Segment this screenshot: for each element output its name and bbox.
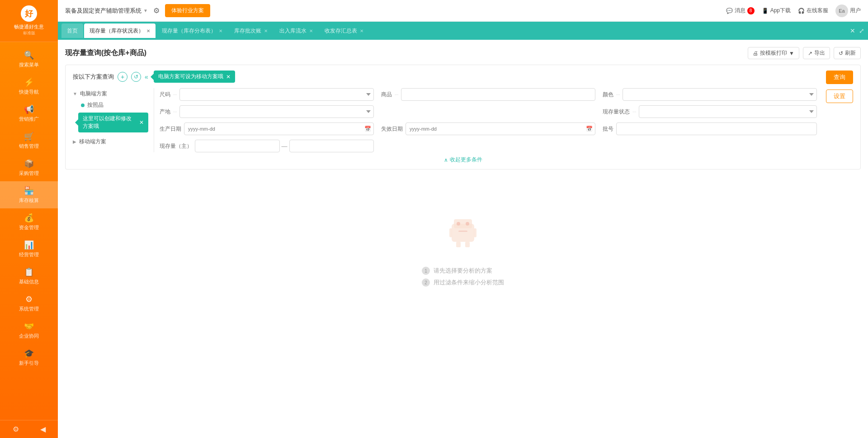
goods-control: [401, 88, 595, 101]
settings-icon[interactable]: ⚙: [153, 6, 160, 15]
edit-tooltip-close[interactable]: ✕: [139, 119, 144, 126]
scheme-pc-items: 按照品 这里可以创建和修改方案哦 ✕: [73, 99, 148, 132]
field-batch: 批号: [603, 122, 817, 135]
origin-select[interactable]: [179, 105, 374, 118]
tab-close-batch-account[interactable]: ✕: [264, 28, 268, 33]
filter-row-2: 产地 ··· 现存量状态 ···: [160, 105, 817, 118]
svg-rect-4: [458, 231, 467, 232]
size-select[interactable]: [179, 88, 374, 101]
tab-close-receive-summary[interactable]: ✕: [360, 28, 363, 33]
scheme-pc-item[interactable]: 按照品: [78, 99, 148, 111]
svg-rect-7: [456, 242, 461, 247]
empty-illustration: [440, 206, 486, 251]
filter-main-area: ▼ 电脑端方案 按照品 这里可以创建和修改方案哦 ✕: [73, 88, 853, 152]
filter-prev-button[interactable]: «: [145, 73, 148, 80]
color-control: [623, 88, 817, 101]
sidebar-item-finance[interactable]: 💰 资金管理: [0, 208, 58, 235]
sidebar: 好 畅捷通好生意 标准版 🔍 搜索菜单 ⚡ 快捷导航 📢 营销推广 🛒 销售管理…: [0, 0, 58, 438]
size-control: [179, 88, 374, 101]
page-header: 现存量查询(按仓库+商品) 🖨 按模板打印 ▼ ↗ 导出 ↺ 刷新: [65, 47, 861, 59]
system-name-label: 装备及固定资产辅助管理系统 ▼: [65, 7, 148, 15]
reset-button[interactable]: 设置: [826, 89, 853, 103]
logo-badge: 标准版: [23, 30, 35, 36]
close-all-tabs-button[interactable]: ✕: [850, 27, 855, 34]
collapse-up-icon: ∧: [444, 157, 448, 163]
stock-main-min-input[interactable]: [195, 140, 280, 152]
filter-label: 按以下方案查询: [73, 73, 114, 81]
headset-icon: 🎧: [798, 8, 805, 14]
scheme-mobile-arrow: ▶: [73, 139, 76, 144]
experience-button[interactable]: 体验行业方案: [165, 4, 210, 17]
field-stock-status: 现存量状态 ···: [603, 105, 817, 118]
tab-close-inout-flow[interactable]: ✕: [309, 28, 313, 33]
sidebar-item-system[interactable]: ⚙ 系统管理: [0, 290, 58, 317]
sidebar-item-basic[interactable]: 📋 基础信息: [0, 263, 58, 290]
tab-batch-account[interactable]: 库存批次账 ✕: [229, 24, 273, 38]
sidebar-item-search[interactable]: 🔍 搜索菜单: [0, 46, 58, 73]
empty-step-2: 2 用过滤条件来缩小分析范围: [422, 278, 504, 287]
filter-cycle-button[interactable]: ↺: [131, 72, 141, 82]
fullscreen-button[interactable]: ⤢: [859, 27, 864, 34]
sidebar-logo: 好 畅捷通好生意 标准版: [0, 0, 58, 42]
field-color: 颜色 ···: [603, 88, 817, 101]
expire-date-input[interactable]: [406, 122, 595, 135]
fields-column: 尺码 ··· 商品 ···: [160, 88, 853, 152]
sidebar-settings-button[interactable]: ⚙: [13, 425, 19, 433]
user-menu[interactable]: Ea 用户: [835, 5, 861, 17]
prod-date-field: 📅: [184, 122, 374, 135]
export-button[interactable]: ↗ 导出: [803, 47, 830, 59]
stock-main-range: —: [195, 140, 374, 152]
field-origin: 产地 ···: [160, 105, 374, 118]
field-prod-date: 生产日期 📅: [160, 122, 374, 135]
tabbar-actions: ✕ ⤢: [850, 27, 864, 34]
svg-rect-5: [449, 228, 452, 237]
marketing-icon: 📢: [24, 104, 34, 114]
scheme-tooltip: 电脑方案可设为移动方案哦 ✕: [154, 71, 235, 83]
sidebar-collapse-button[interactable]: ◀: [40, 425, 46, 433]
refresh-button[interactable]: ↺ 刷新: [834, 47, 861, 59]
batch-input[interactable]: [616, 122, 817, 135]
sidebar-item-guide[interactable]: 🎓 新手引导: [0, 344, 58, 371]
sales-icon: 🛒: [24, 132, 34, 141]
template-print-button[interactable]: 🖨 按模板打印 ▼: [748, 47, 799, 59]
empty-icon: [440, 206, 486, 259]
tab-home[interactable]: 首页: [61, 24, 83, 38]
tab-receive-summary[interactable]: 收发存汇总表 ✕: [319, 24, 369, 38]
online-support-button[interactable]: 🎧 在线客服: [798, 7, 828, 14]
prod-date-input[interactable]: [184, 122, 374, 135]
edit-tooltip: 这里可以创建和修改方案哦 ✕: [78, 113, 148, 132]
origin-control: [179, 105, 374, 118]
search-button[interactable]: 查询: [826, 71, 853, 84]
svg-point-2: [457, 222, 460, 226]
app-download-button[interactable]: 📱 App下载: [762, 7, 791, 14]
sidebar-item-operations[interactable]: 📊 经营管理: [0, 235, 58, 263]
tab-inventory-dist[interactable]: 现存量（库存分布表） ✕: [156, 24, 228, 38]
sidebar-item-marketing[interactable]: 📢 营销推广: [0, 100, 58, 127]
stock-main-max-input[interactable]: [289, 140, 374, 152]
tab-inout-flow[interactable]: 出入库流水 ✕: [274, 24, 318, 38]
filter-add-button[interactable]: +: [118, 72, 127, 82]
collapse-button[interactable]: ∧ 收起更多条件: [444, 156, 482, 164]
sidebar-item-sales[interactable]: 🛒 销售管理: [0, 127, 58, 154]
refresh-icon: ↺: [839, 50, 843, 57]
scheme-tooltip-close[interactable]: ✕: [226, 74, 231, 80]
goods-input[interactable]: [401, 88, 595, 101]
logo-text: 畅捷通好生意: [14, 24, 44, 30]
color-select[interactable]: [623, 88, 817, 101]
sidebar-item-enterprise[interactable]: 🤝 企业协同: [0, 317, 58, 344]
avatar: Ea: [835, 5, 848, 17]
message-button[interactable]: 💬 消息 8: [726, 7, 755, 14]
filter-section: 按以下方案查询 + ↺ « 电脑方案可设为移动方案哦 ✕ ▼ 电脑端方案: [65, 65, 861, 170]
sidebar-item-purchase[interactable]: 📦 采购管理: [0, 154, 58, 181]
sidebar-item-quick-nav[interactable]: ⚡ 快捷导航: [0, 73, 58, 100]
system-dropdown-arrow: ▼: [143, 8, 148, 13]
sidebar-item-inventory[interactable]: 🏪 库存核算: [0, 181, 58, 208]
tab-inventory-status[interactable]: 现存量（库存状况表） ✕: [84, 24, 156, 38]
svg-rect-8: [465, 242, 470, 247]
field-empty-2: [381, 105, 595, 118]
purchase-icon: 📦: [24, 159, 34, 169]
tab-close-inventory-dist[interactable]: ✕: [219, 28, 222, 33]
stock-status-select[interactable]: [639, 105, 817, 118]
tab-close-inventory-status[interactable]: ✕: [146, 28, 150, 33]
sidebar-nav: 🔍 搜索菜单 ⚡ 快捷导航 📢 营销推广 🛒 销售管理 📦 采购管理 🏪 库存核…: [0, 42, 58, 420]
